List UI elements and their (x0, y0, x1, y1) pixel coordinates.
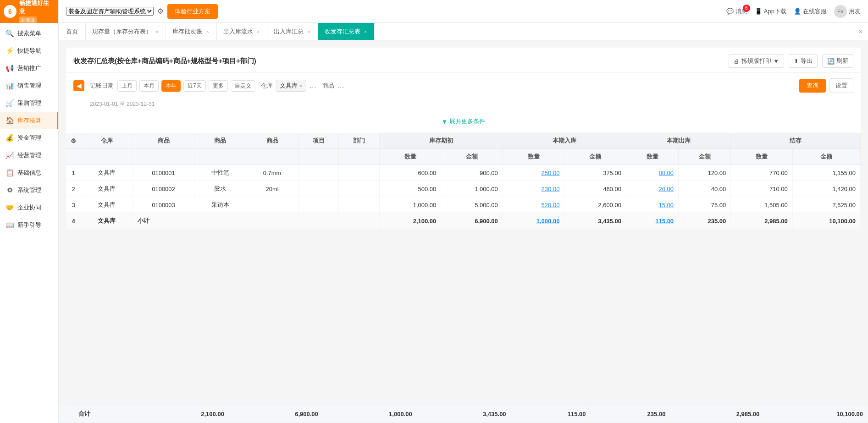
cell-in-qty[interactable]: 520.00 (503, 197, 564, 213)
cell-opening-amt: 900.00 (441, 165, 503, 181)
cell-in-amt: 2,600.00 (564, 197, 626, 213)
nav-icon-purchase: 🛒 (6, 99, 14, 107)
warehouse-tag[interactable]: 文具库 × (276, 80, 306, 92)
cell-in-qty[interactable]: 230.00 (503, 181, 564, 197)
th-out-amt: 金额 (679, 149, 731, 165)
th-opening-group: 库存期初 (379, 133, 503, 149)
tab-stock-dist[interactable]: 现存量（库存分布表）× (86, 23, 166, 40)
app-download-icon: 📱 (755, 8, 762, 15)
data-table: ⚙ 仓库 商品 商品 商品 项目 部门 库存期初 本期入库 本期出库 结存 (66, 133, 861, 229)
tab-label-batch: 库存批次账 (172, 27, 202, 36)
export-button[interactable]: ⬆ 导出 (789, 54, 818, 68)
filter-toggle-button[interactable]: ◀ (73, 80, 84, 91)
sidebar-item-guide[interactable]: 📖新手引导 (0, 216, 58, 234)
th-settings[interactable]: ⚙ (66, 133, 81, 149)
sidebar-item-collab[interactable]: 🤝企业协同 (0, 199, 58, 216)
th-dept: 部门 (339, 133, 379, 149)
refresh-label: 刷新 (836, 57, 848, 65)
warehouse-filter: 仓库 文具库 × … (261, 80, 317, 92)
th-closing-group: 结存 (731, 133, 861, 149)
sidebar-item-finance[interactable]: 💰资金管理 (0, 129, 58, 147)
tab-close-stock-dist[interactable]: × (155, 28, 159, 35)
sidebar-item-purchase[interactable]: 🛒采购管理 (0, 94, 58, 112)
tab-close-flow[interactable]: × (256, 28, 260, 35)
sidebar-item-operation[interactable]: 📈经营管理 (0, 147, 58, 164)
nav-label-sales: 销售管理 (17, 82, 41, 90)
app-logo: 6 畅捷通好生意 标准版 (0, 0, 58, 23)
cell-out-qty[interactable]: 15.00 (626, 197, 678, 213)
sidebar-item-inventory[interactable]: 🏠库存核算 (0, 112, 58, 129)
cell-dept (339, 165, 379, 181)
cell-in-qty[interactable]: 250.00 (503, 165, 564, 181)
tab-flow[interactable]: 出入库流水× (217, 23, 267, 40)
topbar-gear-icon[interactable]: ⚙ (157, 7, 164, 16)
tab-close-summary[interactable]: × (306, 28, 311, 35)
topbar-left: 装备及固定资产辅助管理系统 ⚙ 体验行业方案 (66, 4, 218, 19)
th-gn2 (194, 149, 246, 165)
total-opening-qty: 2,100.00 (135, 405, 229, 423)
th-gs2 (246, 149, 299, 165)
topbar: 装备及固定资产辅助管理系统 ⚙ 体验行业方案 💬 消息 6 📱 App下载 👤 … (59, 0, 868, 23)
date-btn-1[interactable]: 本月 (139, 80, 159, 92)
total-in-amt: 3,435.00 (417, 405, 511, 423)
print-button[interactable]: 🖨 拣锁版打印 ▼ (729, 54, 784, 68)
total-label: 合计 (73, 405, 135, 423)
sidebar-item-basic[interactable]: 📋基础信息 (0, 164, 58, 181)
cell-spec: 20ml (246, 181, 299, 197)
date-btn-5[interactable]: 自定义 (231, 80, 255, 92)
sidebar-item-sales[interactable]: 📊销售管理 (0, 77, 58, 94)
cell-no: 1 (66, 165, 81, 181)
cell-closing-amt: 7,525.00 (792, 197, 860, 213)
nav-label-guide: 新手引导 (17, 221, 41, 229)
date-range-text: 2023-01-01 至 2023-12-31 (90, 100, 155, 108)
goods-more-icon[interactable]: … (337, 82, 345, 90)
nav-icon-search: 🔍 (6, 29, 14, 38)
tab-close-batch[interactable]: × (205, 28, 210, 35)
app-download-label: App下载 (764, 7, 786, 16)
warehouse-more-icon[interactable]: … (309, 82, 317, 90)
sub-out-qty[interactable]: 115.00 (626, 213, 678, 229)
date-btn-4[interactable]: 更多 (209, 80, 228, 92)
refresh-button[interactable]: 🔄 刷新 (822, 54, 853, 68)
column-settings-icon[interactable]: ⚙ (71, 137, 76, 144)
tab-summary[interactable]: 出入库汇总× (267, 23, 318, 40)
cell-out-qty[interactable]: 80.00 (626, 165, 678, 181)
warehouse-tag-close[interactable]: × (299, 83, 302, 88)
cell-out-qty[interactable]: 20.00 (626, 181, 678, 197)
query-button[interactable]: 查询 (799, 79, 826, 93)
sub-in-qty[interactable]: 1,000.00 (503, 213, 564, 229)
expand-conditions-button[interactable]: ▼ 展开更多条件 (442, 117, 485, 126)
nav-icon-finance: 💰 (6, 134, 14, 142)
online-service-item[interactable]: 👤 在线客服 (794, 7, 827, 16)
sub-opening-amt: 6,900.00 (441, 213, 503, 229)
tab-close-recv-send[interactable]: × (363, 28, 368, 35)
cell-opening-qty: 500.00 (379, 181, 441, 197)
system-select-wrap[interactable]: 装备及固定资产辅助管理系统 (66, 7, 154, 16)
sub-closing-qty: 2,985.00 (731, 213, 793, 229)
tab-recv-send[interactable]: 收发存汇总表× (318, 23, 375, 40)
sidebar-item-quick[interactable]: ⚡快捷导航 (0, 42, 58, 60)
sidebar-item-search[interactable]: 🔍搜索菜单 (0, 25, 58, 42)
sidebar-item-marketing[interactable]: 📢营销推广 (0, 60, 58, 77)
cell-project (299, 165, 339, 181)
tab-batch[interactable]: 库存批次账× (166, 23, 216, 40)
date-btn-3[interactable]: 近7天 (183, 80, 206, 92)
system-select[interactable]: 装备及固定资产辅助管理系统 (66, 7, 154, 16)
try-industry-button[interactable]: 体验行业方案 (167, 4, 218, 19)
date-btn-0[interactable]: 上月 (117, 80, 137, 92)
close-all-tabs-button[interactable]: × (853, 28, 868, 35)
settings-button[interactable]: 设置 (829, 78, 853, 93)
service-icon: 👤 (794, 8, 801, 15)
sidebar-item-system[interactable]: ⚙系统管理 (0, 181, 58, 199)
nav-label-quick: 快捷导航 (17, 47, 41, 55)
cell-warehouse: 文具库 (81, 197, 133, 213)
tab-home[interactable]: 首页 (59, 23, 86, 40)
message-icon-item[interactable]: 💬 消息 6 (726, 7, 747, 16)
user-item[interactable]: Ea 用友 (834, 5, 861, 18)
date-btn-2[interactable]: 本年 (161, 80, 181, 92)
cell-in-amt: 375.00 (564, 165, 626, 181)
cell-no: 3 (66, 197, 81, 213)
bottom-total-bar: 合计 2,100.00 6,900.00 1,000.00 3,435.00 1… (59, 405, 868, 423)
app-download-item[interactable]: 📱 App下载 (755, 7, 786, 16)
page-actions: 🖨 拣锁版打印 ▼ ⬆ 导出 🔄 刷新 (729, 54, 853, 68)
